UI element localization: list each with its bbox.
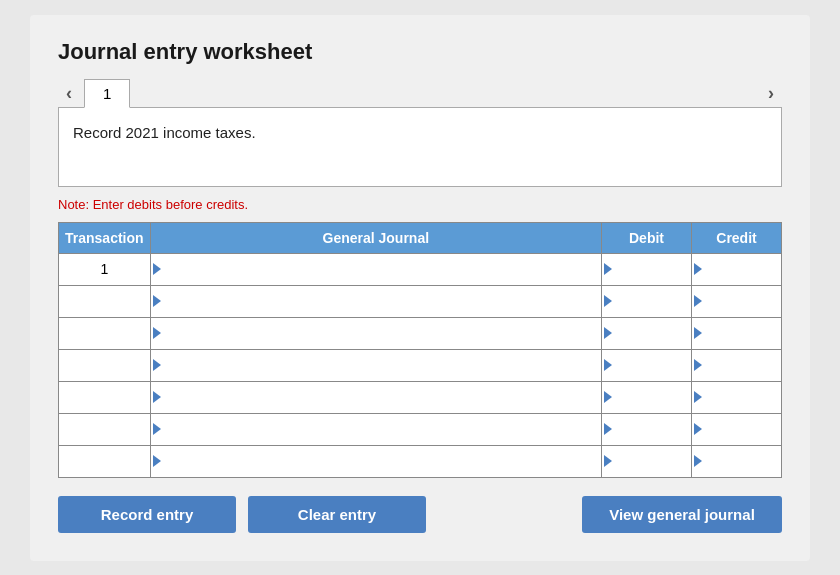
credit-arrow-icon bbox=[694, 391, 702, 403]
debit-arrow-icon bbox=[604, 295, 612, 307]
tab-navigation: ‹ 1 › bbox=[58, 79, 782, 108]
table-row: 1 bbox=[59, 253, 782, 285]
credit-cell[interactable] bbox=[692, 349, 782, 381]
view-general-journal-button[interactable]: View general journal bbox=[582, 496, 782, 533]
description-text: Record 2021 income taxes. bbox=[73, 124, 256, 141]
gj-arrow-icon bbox=[153, 359, 161, 371]
tab-1[interactable]: 1 bbox=[84, 79, 130, 108]
table-row bbox=[59, 445, 782, 477]
table-row bbox=[59, 317, 782, 349]
credit-arrow-icon bbox=[694, 263, 702, 275]
table-header-row: Transaction General Journal Debit Credit bbox=[59, 222, 782, 253]
table-row bbox=[59, 285, 782, 317]
debit-arrow-icon bbox=[604, 263, 612, 275]
col-credit: Credit bbox=[692, 222, 782, 253]
gj-arrow-icon bbox=[153, 423, 161, 435]
credit-arrow-icon bbox=[694, 359, 702, 371]
debit-cell[interactable] bbox=[602, 253, 692, 285]
tx-cell[interactable] bbox=[59, 349, 151, 381]
credit-cell[interactable] bbox=[692, 413, 782, 445]
note-text: Note: Enter debits before credits. bbox=[58, 197, 782, 212]
debit-cell[interactable] bbox=[602, 317, 692, 349]
debit-arrow-icon bbox=[604, 455, 612, 467]
tx-cell[interactable] bbox=[59, 285, 151, 317]
credit-cell[interactable] bbox=[692, 253, 782, 285]
gj-cell[interactable] bbox=[150, 413, 601, 445]
credit-cell[interactable] bbox=[692, 285, 782, 317]
gj-cell[interactable] bbox=[150, 253, 601, 285]
record-entry-button[interactable]: Record entry bbox=[58, 496, 236, 533]
gj-arrow-icon bbox=[153, 327, 161, 339]
table-row bbox=[59, 413, 782, 445]
tx-cell[interactable] bbox=[59, 381, 151, 413]
debit-cell[interactable] bbox=[602, 381, 692, 413]
debit-arrow-icon bbox=[604, 423, 612, 435]
col-transaction: Transaction bbox=[59, 222, 151, 253]
credit-arrow-icon bbox=[694, 327, 702, 339]
gj-arrow-icon bbox=[153, 391, 161, 403]
gj-arrow-icon bbox=[153, 295, 161, 307]
col-debit: Debit bbox=[602, 222, 692, 253]
table-row bbox=[59, 381, 782, 413]
prev-tab-button[interactable]: ‹ bbox=[58, 79, 80, 108]
debit-cell[interactable] bbox=[602, 349, 692, 381]
gj-cell[interactable] bbox=[150, 445, 601, 477]
clear-entry-button[interactable]: Clear entry bbox=[248, 496, 426, 533]
gj-arrow-icon bbox=[153, 263, 161, 275]
debit-arrow-icon bbox=[604, 359, 612, 371]
debit-cell[interactable] bbox=[602, 445, 692, 477]
credit-cell[interactable] bbox=[692, 381, 782, 413]
credit-cell[interactable] bbox=[692, 445, 782, 477]
credit-arrow-icon bbox=[694, 423, 702, 435]
buttons-row: Record entry Clear entry View general jo… bbox=[58, 496, 782, 533]
next-tab-button[interactable]: › bbox=[760, 79, 782, 108]
credit-arrow-icon bbox=[694, 455, 702, 467]
journal-table: Transaction General Journal Debit Credit… bbox=[58, 222, 782, 478]
debit-cell[interactable] bbox=[602, 413, 692, 445]
debit-cell[interactable] bbox=[602, 285, 692, 317]
description-box: Record 2021 income taxes. bbox=[58, 107, 782, 187]
tx-cell[interactable]: 1 bbox=[59, 253, 151, 285]
debit-arrow-icon bbox=[604, 327, 612, 339]
tx-cell[interactable] bbox=[59, 413, 151, 445]
tx-cell[interactable] bbox=[59, 317, 151, 349]
table-row bbox=[59, 349, 782, 381]
gj-cell[interactable] bbox=[150, 317, 601, 349]
tx-cell[interactable] bbox=[59, 445, 151, 477]
debit-arrow-icon bbox=[604, 391, 612, 403]
credit-arrow-icon bbox=[694, 295, 702, 307]
page-title: Journal entry worksheet bbox=[58, 39, 782, 65]
gj-cell[interactable] bbox=[150, 381, 601, 413]
col-general-journal: General Journal bbox=[150, 222, 601, 253]
gj-arrow-icon bbox=[153, 455, 161, 467]
gj-cell[interactable] bbox=[150, 285, 601, 317]
gj-cell[interactable] bbox=[150, 349, 601, 381]
main-container: Journal entry worksheet ‹ 1 › Record 202… bbox=[30, 15, 810, 561]
credit-cell[interactable] bbox=[692, 317, 782, 349]
